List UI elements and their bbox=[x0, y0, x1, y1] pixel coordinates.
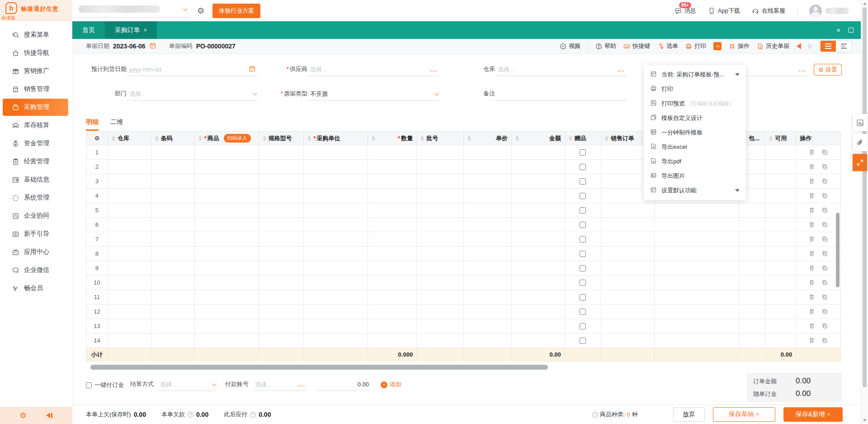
gift-cell[interactable] bbox=[565, 261, 601, 276]
copy-row-icon[interactable] bbox=[821, 323, 828, 329]
empty-cell[interactable] bbox=[108, 145, 151, 160]
empty-cell[interactable] bbox=[417, 247, 464, 261]
invoice-type-select[interactable]: 不开票 bbox=[307, 90, 439, 100]
brand-logo[interactable]: b 畅捷通好生意 标准版 bbox=[0, 0, 72, 21]
copy-row-icon[interactable] bbox=[821, 207, 828, 214]
empty-cell[interactable] bbox=[151, 305, 195, 319]
row-number[interactable]: 2 bbox=[86, 160, 108, 174]
sort-icon[interactable] bbox=[112, 136, 115, 141]
column-header-gear[interactable]: ⚙ bbox=[86, 132, 108, 145]
column-header-单价[interactable]: 单价 bbox=[464, 132, 512, 145]
empty-cell[interactable] bbox=[765, 247, 796, 261]
empty-cell[interactable] bbox=[739, 218, 765, 232]
empty-cell[interactable] bbox=[304, 333, 368, 348]
tab-purchase-order[interactable]: 采购订单 × bbox=[105, 21, 157, 39]
warehouse-input[interactable]: 选择... ... bbox=[495, 65, 627, 76]
empty-cell[interactable] bbox=[417, 276, 464, 290]
sort-icon[interactable] bbox=[307, 136, 311, 141]
more-dots-icon[interactable]: ... bbox=[618, 68, 625, 71]
empty-cell[interactable] bbox=[464, 160, 512, 174]
empty-cell[interactable] bbox=[464, 276, 512, 290]
page-scrollbar[interactable] bbox=[861, 0, 868, 424]
tab-detail[interactable]: 明细 bbox=[86, 118, 99, 131]
empty-cell[interactable] bbox=[417, 261, 464, 276]
empty-cell[interactable] bbox=[151, 174, 195, 189]
sort-icon[interactable] bbox=[569, 136, 572, 141]
empty-cell[interactable] bbox=[151, 145, 195, 160]
gift-checkbox[interactable] bbox=[580, 265, 586, 272]
attachment-button[interactable] bbox=[853, 134, 867, 151]
empty-cell[interactable] bbox=[739, 333, 765, 348]
gift-checkbox[interactable] bbox=[580, 323, 586, 329]
empty-cell[interactable] bbox=[655, 203, 740, 218]
sidebar-item-企业微信[interactable]: 企业微信 bbox=[0, 261, 72, 279]
empty-cell[interactable] bbox=[765, 189, 796, 203]
gift-cell[interactable] bbox=[565, 232, 601, 247]
empty-cell[interactable] bbox=[368, 333, 417, 348]
empty-cell[interactable] bbox=[259, 276, 304, 290]
empty-cell[interactable] bbox=[417, 218, 464, 232]
fullscreen-icon[interactable] bbox=[849, 28, 854, 33]
empty-cell[interactable] bbox=[765, 203, 796, 218]
empty-cell[interactable] bbox=[464, 189, 512, 203]
column-header-仓库[interactable]: 仓库 bbox=[108, 132, 151, 145]
sort-icon[interactable] bbox=[263, 136, 266, 141]
gift-checkbox[interactable] bbox=[580, 164, 586, 170]
gear-icon[interactable]: ⚙ bbox=[94, 135, 100, 142]
draft-box-button[interactable]: 草 bbox=[853, 114, 867, 131]
view-compact-button[interactable] bbox=[821, 41, 836, 52]
close-all-tabs-icon[interactable]: × bbox=[836, 26, 840, 34]
empty-cell[interactable] bbox=[195, 276, 259, 290]
save-and-new-button[interactable]: 保存&新增 bbox=[783, 407, 843, 422]
empty-cell[interactable] bbox=[304, 203, 368, 218]
sidebar-item-资金管理[interactable]: 资金管理 bbox=[0, 134, 72, 152]
empty-cell[interactable] bbox=[368, 276, 417, 290]
sidebar-item-营销推广[interactable]: 营销推广 bbox=[0, 62, 72, 80]
empty-cell[interactable] bbox=[368, 232, 417, 247]
view-list-button[interactable] bbox=[836, 41, 851, 52]
gift-checkbox[interactable] bbox=[580, 251, 586, 257]
sidebar-item-搜索菜单[interactable]: 搜索菜单 bbox=[0, 26, 72, 44]
empty-cell[interactable] bbox=[512, 261, 565, 276]
empty-cell[interactable] bbox=[765, 261, 796, 276]
empty-cell[interactable] bbox=[368, 189, 417, 203]
empty-cell[interactable] bbox=[195, 145, 259, 160]
row-number[interactable]: 9 bbox=[86, 261, 108, 276]
scan-entry-button[interactable]: 扫码录入 bbox=[224, 134, 251, 143]
menu-item-模板自定义设计[interactable]: 模板自定义设计 bbox=[644, 111, 746, 125]
sort-icon[interactable] bbox=[198, 136, 202, 141]
history-docs-button[interactable]: 历史单据 bbox=[757, 42, 789, 50]
sidebar-item-畅会员[interactable]: 畅会员 bbox=[0, 279, 72, 297]
column-header-赠品[interactable]: 赠品 bbox=[565, 132, 601, 145]
empty-cell[interactable] bbox=[259, 319, 304, 333]
menu-item-导出图片[interactable]: 导出图片 bbox=[644, 169, 746, 183]
column-header-可用[interactable]: 可用 bbox=[765, 132, 796, 145]
expand-button[interactable] bbox=[853, 154, 867, 171]
empty-cell[interactable] bbox=[601, 218, 655, 232]
column-header-规格型号[interactable]: 规格型号 bbox=[259, 132, 304, 145]
empty-cell[interactable] bbox=[765, 145, 796, 160]
sidebar-item-基础信息[interactable]: 基础信息 bbox=[0, 171, 72, 189]
row-number[interactable]: 12 bbox=[86, 305, 108, 319]
delete-row-icon[interactable] bbox=[808, 207, 815, 214]
deposit-amount-input[interactable]: 0.00 bbox=[316, 380, 371, 391]
empty-cell[interactable] bbox=[417, 174, 464, 189]
empty-cell[interactable] bbox=[765, 174, 796, 189]
sidebar-item-应用中心[interactable]: 应用中心 bbox=[0, 243, 72, 261]
empty-cell[interactable] bbox=[655, 290, 740, 305]
delete-row-icon[interactable] bbox=[808, 323, 815, 329]
empty-cell[interactable] bbox=[259, 247, 304, 261]
gift-cell[interactable] bbox=[565, 333, 601, 348]
empty-cell[interactable] bbox=[151, 203, 195, 218]
empty-cell[interactable] bbox=[151, 247, 195, 261]
empty-cell[interactable] bbox=[739, 276, 765, 290]
empty-cell[interactable] bbox=[655, 333, 740, 348]
copy-row-icon[interactable] bbox=[821, 192, 828, 199]
empty-cell[interactable] bbox=[195, 305, 259, 319]
copy-row-icon[interactable] bbox=[821, 178, 828, 185]
empty-cell[interactable] bbox=[108, 276, 151, 290]
scroll-up-icon[interactable] bbox=[863, 2, 867, 5]
copy-row-icon[interactable] bbox=[821, 250, 828, 257]
empty-cell[interactable] bbox=[512, 189, 565, 203]
empty-cell[interactable] bbox=[195, 333, 259, 348]
